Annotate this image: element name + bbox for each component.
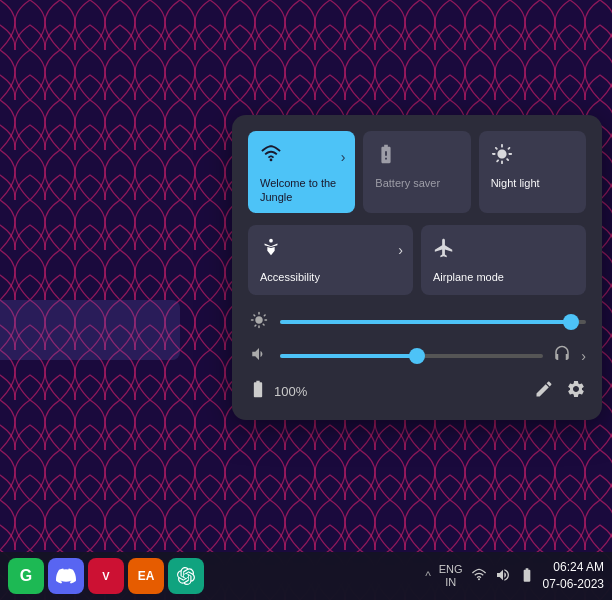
region-text: IN bbox=[439, 576, 463, 589]
tile-battery-saver[interactable]: Battery saver bbox=[363, 131, 470, 213]
volume-icon bbox=[248, 345, 270, 367]
volume-fill bbox=[280, 354, 417, 358]
tiles-row-1: › Welcome to theJungle Battery saver bbox=[248, 131, 586, 213]
tile-night-top bbox=[491, 143, 576, 170]
tile-night-light-label: Night light bbox=[491, 176, 540, 190]
battery-info: 100% bbox=[248, 379, 307, 403]
brightness-fill bbox=[280, 320, 571, 324]
battery-status-icon bbox=[248, 379, 268, 403]
brightness-icon bbox=[248, 311, 270, 333]
tile-battery-saver-label: Battery saver bbox=[375, 176, 440, 190]
panel-footer: 100% bbox=[248, 379, 586, 404]
taskbar-chatgpt[interactable] bbox=[168, 558, 204, 594]
settings-icon[interactable] bbox=[566, 379, 586, 404]
volume-thumb[interactable] bbox=[409, 348, 425, 364]
lang-text: ENG bbox=[439, 563, 463, 576]
wifi-arrow-icon: › bbox=[341, 149, 346, 165]
language-indicator: ENG IN bbox=[439, 563, 463, 589]
brightness-slider-row bbox=[248, 311, 586, 333]
tile-airplane-mode[interactable]: Airplane mode bbox=[421, 225, 586, 295]
clock-time: 06:24 AM bbox=[543, 559, 604, 576]
tile-accessibility-label: Accessibility bbox=[260, 270, 320, 284]
accessibility-arrow-icon: › bbox=[398, 242, 403, 258]
night-light-icon bbox=[491, 143, 513, 170]
tile-accessibility-top: › bbox=[260, 237, 403, 264]
left-decoration bbox=[0, 300, 180, 360]
tiles-row-2: › Accessibility Airplane mode bbox=[248, 225, 586, 295]
brightness-track[interactable] bbox=[280, 320, 586, 324]
edit-icon[interactable] bbox=[534, 379, 554, 404]
taskbar-grammarly[interactable]: G bbox=[8, 558, 44, 594]
accessibility-icon bbox=[260, 237, 282, 264]
tile-battery-top bbox=[375, 143, 460, 170]
tile-airplane-top bbox=[433, 237, 576, 264]
footer-action-icons bbox=[534, 379, 586, 404]
taskbar-valorant[interactable]: V bbox=[88, 558, 124, 594]
volume-chevron-icon[interactable]: › bbox=[581, 348, 586, 364]
tile-accessibility[interactable]: › Accessibility bbox=[248, 225, 413, 295]
battery-tray-icon[interactable] bbox=[519, 567, 535, 586]
clock-date: 07-06-2023 bbox=[543, 576, 604, 593]
headphones-icon bbox=[553, 345, 571, 367]
tile-night-light[interactable]: Night light bbox=[479, 131, 586, 213]
tile-wifi-top: › bbox=[260, 143, 345, 170]
brightness-thumb[interactable] bbox=[563, 314, 579, 330]
system-clock: 06:24 AM 07-06-2023 bbox=[543, 559, 604, 593]
taskbar-discord[interactable] bbox=[48, 558, 84, 594]
wifi-tray-icon[interactable] bbox=[471, 567, 487, 586]
volume-track[interactable] bbox=[280, 354, 543, 358]
tile-wifi[interactable]: › Welcome to theJungle bbox=[248, 131, 355, 213]
svg-point-2 bbox=[269, 238, 273, 242]
quick-settings-panel: › Welcome to theJungle Battery saver bbox=[232, 115, 602, 420]
battery-saver-icon bbox=[375, 143, 397, 170]
tile-wifi-label: Welcome to theJungle bbox=[260, 176, 336, 205]
airplane-mode-icon bbox=[433, 237, 455, 264]
battery-percent: 100% bbox=[274, 384, 307, 399]
taskbar-right: ^ ENG IN 06:24 AM 07-06-2023 bbox=[425, 559, 604, 593]
wifi-icon bbox=[260, 143, 282, 170]
taskbar-ea[interactable]: EA bbox=[128, 558, 164, 594]
system-tray-chevron[interactable]: ^ bbox=[425, 569, 431, 583]
tile-airplane-mode-label: Airplane mode bbox=[433, 270, 504, 284]
taskbar: G V EA ^ ENG IN bbox=[0, 552, 612, 600]
volume-slider-row: › bbox=[248, 345, 586, 367]
volume-tray-icon[interactable] bbox=[495, 567, 511, 586]
taskbar-apps: G V EA bbox=[8, 558, 204, 594]
